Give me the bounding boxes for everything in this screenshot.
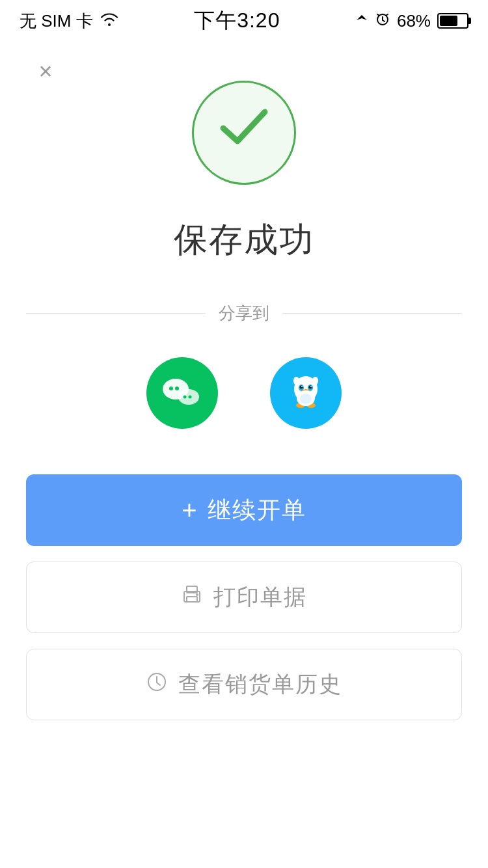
history-icon <box>146 671 168 698</box>
close-button[interactable]: × <box>26 52 65 91</box>
wechat-share-button[interactable] <box>146 357 218 429</box>
main-content: 保存成功 分享到 <box>0 42 488 720</box>
print-button-label: 打印单据 <box>213 582 307 612</box>
share-divider: 分享到 <box>26 302 462 325</box>
svg-point-24 <box>196 593 198 596</box>
sim-status: 无 SIM 卡 <box>20 10 93 33</box>
divider-right <box>282 313 462 314</box>
svg-point-12 <box>309 386 312 389</box>
share-section: 分享到 <box>0 302 488 429</box>
svg-point-20 <box>300 394 312 404</box>
time-display: 下午3:20 <box>194 7 280 35</box>
continue-button-label: 继续开单 <box>208 495 306 526</box>
continue-button[interactable]: + 继续开单 <box>26 474 462 546</box>
history-button[interactable]: 查看销货单历史 <box>26 649 462 720</box>
battery-icon <box>437 13 468 29</box>
svg-point-10 <box>301 386 303 387</box>
action-buttons: + 继续开单 打印单据 查看销货单历史 <box>0 474 488 720</box>
status-bar: 无 SIM 卡 下午3:20 68% <box>0 0 488 42</box>
success-circle <box>192 81 296 185</box>
svg-point-6 <box>189 396 192 399</box>
svg-point-5 <box>183 396 187 399</box>
svg-point-3 <box>175 387 179 390</box>
svg-point-9 <box>300 386 303 389</box>
share-icons <box>26 357 462 429</box>
checkmark-icon <box>218 104 270 156</box>
print-icon <box>181 584 203 611</box>
status-right: 68% <box>355 11 468 31</box>
plus-icon: + <box>182 497 197 523</box>
battery-percentage: 68% <box>397 11 431 31</box>
divider-left <box>26 313 206 314</box>
close-icon: × <box>38 60 52 83</box>
location-icon <box>355 11 368 31</box>
share-label: 分享到 <box>219 302 269 325</box>
svg-rect-23 <box>187 597 197 602</box>
svg-point-13 <box>310 386 312 387</box>
status-left: 无 SIM 卡 <box>20 10 119 33</box>
alarm-icon <box>375 11 390 31</box>
svg-point-2 <box>169 387 173 390</box>
print-button[interactable]: 打印单据 <box>26 562 462 633</box>
wifi-icon <box>100 12 119 30</box>
success-title: 保存成功 <box>174 217 314 263</box>
history-button-label: 查看销货单历史 <box>178 670 342 699</box>
qq-share-button[interactable] <box>270 357 342 429</box>
